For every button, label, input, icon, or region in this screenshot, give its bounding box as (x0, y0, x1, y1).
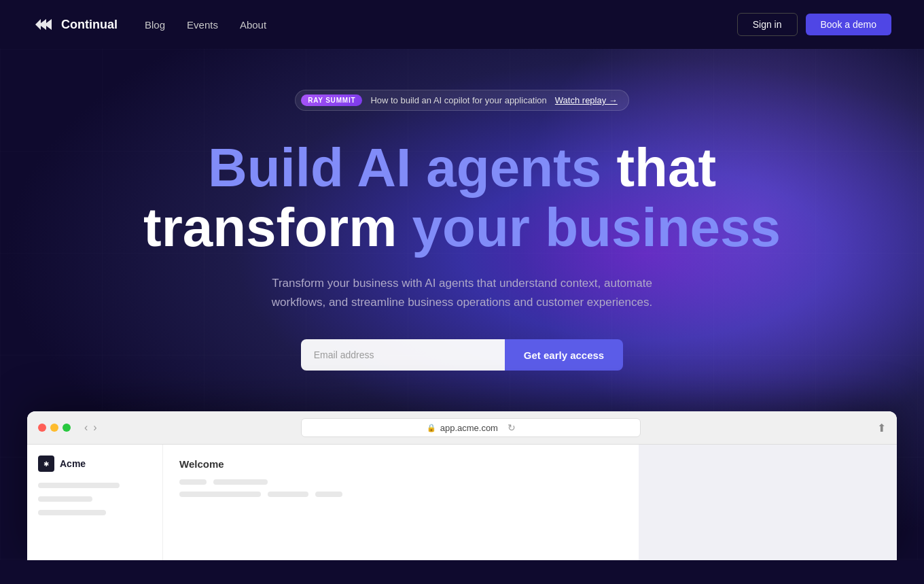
headline-purple-2: your business (412, 197, 781, 258)
ray-summit-tag: RAY SUMMIT (301, 95, 362, 106)
sidebar-skeleton-3 (38, 510, 106, 515)
signin-button[interactable]: Sign in (737, 13, 798, 36)
browser-titlebar: ‹ › 🔒 app.acme.com ↻ ⬆ (27, 411, 897, 445)
logo-text: Continual (61, 18, 118, 32)
hero-subtext: Transform your business with AI agents t… (251, 274, 673, 312)
app-right-panel (639, 445, 897, 560)
hero-section: RAY SUMMIT How to build an AI copilot fo… (0, 49, 924, 560)
sk-1 (179, 479, 207, 485)
traffic-lights (38, 424, 71, 432)
browser-actions: ⬆ (845, 422, 886, 434)
app-name-label: Acme (60, 458, 86, 469)
nav-left: Continual Blog Events About (33, 14, 266, 35)
app-sidebar: ✱ Acme (27, 445, 163, 560)
lock-icon: 🔒 (427, 424, 436, 432)
share-icon[interactable]: ⬆ (877, 422, 886, 434)
app-main: Welcome (163, 445, 639, 560)
headline-white-2: transform (143, 197, 412, 258)
refresh-icon[interactable]: ↻ (508, 422, 516, 433)
traffic-light-yellow (50, 424, 58, 432)
app-logo-row: ✱ Acme (38, 456, 152, 472)
sk-4 (268, 492, 308, 497)
sidebar-skeleton-1 (38, 483, 120, 488)
book-demo-button[interactable]: Book a demo (806, 14, 892, 35)
sk-5 (315, 492, 342, 497)
sk-3 (179, 492, 261, 497)
nav-link-events[interactable]: Events (187, 19, 218, 31)
browser-mockup: ‹ › 🔒 app.acme.com ↻ ⬆ ✱ Acme (27, 411, 897, 560)
email-input[interactable] (301, 339, 505, 371)
sidebar-skeleton-2 (38, 496, 92, 502)
announcement-text: How to build an AI copilot for your appl… (370, 95, 546, 105)
address-bar[interactable]: 🔒 app.acme.com ↻ (301, 418, 641, 437)
traffic-light-red (38, 424, 46, 432)
back-icon[interactable]: ‹ (84, 422, 88, 434)
skeleton-row-1 (179, 479, 622, 485)
logo-icon (33, 14, 54, 35)
logo[interactable]: Continual (33, 14, 118, 35)
nav-link-blog[interactable]: Blog (145, 19, 165, 31)
nav-link-about[interactable]: About (240, 19, 266, 31)
app-main-title: Welcome (179, 458, 622, 470)
forward-icon[interactable]: › (93, 422, 96, 434)
headline-purple-1: Build AI agents (208, 137, 601, 198)
skeleton-row-2 (179, 492, 622, 497)
watch-replay-link[interactable]: Watch replay → (555, 95, 618, 105)
hero-headline: Build AI agents that transform your busi… (143, 138, 781, 258)
announcement-banner[interactable]: RAY SUMMIT How to build an AI copilot fo… (295, 90, 629, 111)
browser-nav-buttons: ‹ › (84, 422, 97, 434)
navbar: Continual Blog Events About Sign in Book… (0, 0, 924, 49)
headline-white-1: that (601, 137, 716, 198)
url-text: app.acme.com (440, 423, 498, 433)
get-early-access-button[interactable]: Get early access (505, 339, 623, 371)
nav-links: Blog Events About (145, 19, 266, 31)
nav-right: Sign in Book a demo (737, 13, 891, 36)
sk-2 (213, 479, 268, 485)
traffic-light-green (63, 424, 71, 432)
app-logo-icon: ✱ (38, 456, 54, 472)
cta-row: Get early access (301, 339, 623, 371)
browser-content: ✱ Acme Welcome (27, 445, 897, 560)
